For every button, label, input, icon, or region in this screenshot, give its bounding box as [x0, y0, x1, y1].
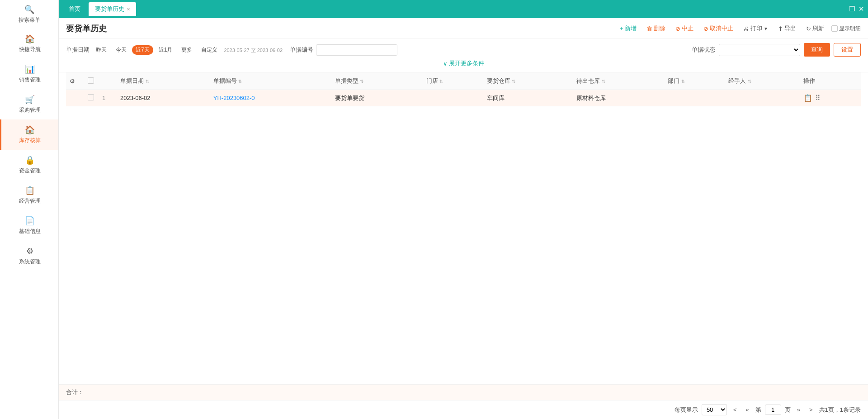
sort-date-icon[interactable]: ⇅	[146, 79, 149, 84]
show-detail-checkbox[interactable]: 显示明细	[831, 25, 861, 33]
col-gear: ⚙	[66, 72, 84, 90]
new-button[interactable]: + 新增	[617, 23, 639, 34]
tab-restore-icon[interactable]: ❐	[849, 5, 855, 13]
filter-area: 单据日期 昨天 今天 近7天 近1月 更多 自定义 2023-05-27 至 2…	[59, 38, 868, 72]
print-dropdown-icon: ▼	[764, 26, 768, 31]
order-no-input[interactable]	[316, 44, 397, 56]
sidebar-item-purchase[interactable]: 🛒 采购管理	[0, 89, 58, 119]
home-icon: 🏠	[25, 34, 35, 44]
sort-store-icon[interactable]: ⇅	[439, 79, 443, 84]
date-tag-today[interactable]: 今天	[112, 45, 130, 55]
export-button[interactable]: ⬆ 导出	[775, 23, 799, 34]
col-index	[99, 72, 117, 90]
next-page-btn[interactable]: >	[807, 405, 816, 414]
sidebar-item-finance[interactable]: 🔒 资金管理	[0, 150, 58, 180]
col-date-label: 单据日期	[120, 77, 144, 84]
tab-bar: 首页 要货单历史 × ❐ ✕	[59, 0, 868, 18]
tab-order-history[interactable]: 要货单历史 ×	[89, 2, 136, 16]
footer-summary: 合计：	[59, 384, 868, 400]
date-tag-more[interactable]: 更多	[178, 45, 196, 55]
page-prefix-label: 第	[755, 406, 761, 414]
page-title: 要货单历史	[66, 23, 107, 34]
col-order-no: 单据编号 ⇅	[210, 72, 331, 90]
sidebar-item-system[interactable]: ⚙ 系统管理	[0, 241, 58, 271]
data-table: ⚙ 单据日期 ⇅ 单据编号 ⇅	[66, 72, 861, 106]
sidebar-item-label: 资金管理	[19, 167, 41, 175]
first-page-btn[interactable]: «	[743, 405, 751, 414]
col-type-label: 单据类型	[335, 77, 359, 84]
date-tag-custom[interactable]: 自定义	[198, 45, 221, 55]
total-info: 共1页，1条记录	[819, 406, 861, 414]
row-handler	[725, 90, 800, 106]
tab-close-icon[interactable]: ×	[127, 6, 130, 12]
chart-icon: 📊	[25, 64, 35, 74]
order-no-link[interactable]: YH-20230602-0	[213, 95, 255, 101]
col-action-label: 操作	[803, 77, 815, 84]
sidebar-item-label: 经营管理	[19, 197, 41, 205]
page-input[interactable]	[765, 405, 781, 415]
settings-button[interactable]: 设置	[834, 43, 861, 57]
gear-settings-icon[interactable]: ⚙	[70, 78, 75, 85]
sort-order-no-icon[interactable]: ⇅	[238, 79, 242, 84]
expand-more-btn[interactable]: ∨ 展开更多条件	[66, 59, 861, 67]
sidebar-item-label: 系统管理	[19, 258, 41, 266]
query-button[interactable]: 查询	[804, 43, 830, 57]
print-button[interactable]: 🖨 打印 ▼	[741, 23, 771, 34]
main-area: 首页 要货单历史 × ❐ ✕ 要货单历史 + 新增 🗑 删除 ⊘ 中止	[59, 0, 868, 419]
row-order-no: YH-20230602-0	[210, 90, 331, 106]
stop-button[interactable]: ⊘ 中止	[673, 23, 696, 34]
prev-page-btn[interactable]: <	[731, 405, 740, 414]
sidebar-item-label: 基础信息	[19, 228, 41, 235]
row-department	[664, 90, 725, 106]
sort-req-icon[interactable]: ⇅	[512, 79, 515, 84]
row-date: 2023-06-02	[117, 90, 210, 106]
cancel-stop-icon: ⊘	[703, 25, 708, 32]
refresh-button[interactable]: ↻ 刷新	[803, 23, 827, 34]
print-icon: 🖨	[743, 25, 749, 32]
per-page-select[interactable]: 50 100 200	[702, 404, 727, 415]
search-menu[interactable]: 🔍 搜索菜单	[0, 0, 58, 29]
pagination: 每页显示 50 100 200 < « 第 页 » > 共1页，1条记录	[59, 400, 868, 419]
sidebar-item-quick-nav[interactable]: 🏠 快捷导航	[0, 29, 58, 59]
sidebar-item-operations[interactable]: 📋 经营管理	[0, 180, 58, 210]
col-department: 部门 ⇅	[664, 72, 725, 90]
last-page-btn[interactable]: »	[794, 405, 803, 414]
select-all-checkbox[interactable]	[88, 77, 94, 84]
date-tag-7days[interactable]: 近7天	[132, 45, 153, 55]
filter-actions: 单据状态 查询 设置	[692, 43, 861, 57]
date-tag-yesterday[interactable]: 昨天	[92, 45, 110, 55]
sidebar-item-inventory[interactable]: 🏠 库存核算	[0, 119, 58, 150]
date-filter-label: 单据日期	[66, 46, 90, 54]
delete-button[interactable]: 🗑 删除	[644, 23, 668, 34]
sort-dept-icon[interactable]: ⇅	[681, 79, 685, 84]
col-check	[84, 72, 99, 90]
sidebar-item-label: 销售管理	[19, 76, 41, 84]
sort-pending-icon[interactable]: ⇅	[602, 79, 605, 84]
action-icons: 📋 ⠿	[803, 94, 857, 102]
col-req-warehouse-label: 要货仓库	[487, 77, 510, 84]
status-select[interactable]	[719, 44, 800, 56]
sidebar-item-label: 采购管理	[19, 106, 41, 114]
sort-type-icon[interactable]: ⇅	[360, 79, 363, 84]
table-area: ⚙ 单据日期 ⇅ 单据编号 ⇅	[59, 72, 868, 384]
inventory-icon: 🏠	[25, 125, 35, 135]
sidebar-item-sales[interactable]: 📊 销售管理	[0, 59, 58, 89]
row-checkbox[interactable]	[88, 94, 94, 100]
col-pending-warehouse: 待出仓库 ⇅	[573, 72, 664, 90]
sidebar-item-basic-info[interactable]: 📄 基础信息	[0, 210, 58, 241]
date-tag-1month[interactable]: 近1月	[155, 45, 176, 55]
tab-home[interactable]: 首页	[62, 2, 87, 16]
chevron-down-icon: ∨	[443, 60, 448, 67]
col-action: 操作	[800, 72, 861, 90]
clipboard-icon: 📋	[25, 186, 35, 195]
sidebar-item-label: 快捷导航	[19, 46, 41, 53]
cancel-stop-button[interactable]: ⊘ 取消中止	[701, 23, 736, 34]
tab-order-history-label: 要货单历史	[95, 5, 124, 13]
tab-close-icon[interactable]: ✕	[859, 5, 864, 13]
row-more-icon[interactable]: ⠿	[815, 94, 821, 102]
sort-handler-icon[interactable]: ⇅	[748, 79, 751, 84]
search-menu-label: 搜索菜单	[19, 16, 40, 24]
tab-bar-right: ❐ ✕	[849, 5, 864, 13]
row-edit-icon[interactable]: 📋	[803, 94, 812, 102]
summary-label: 合计：	[66, 389, 84, 395]
